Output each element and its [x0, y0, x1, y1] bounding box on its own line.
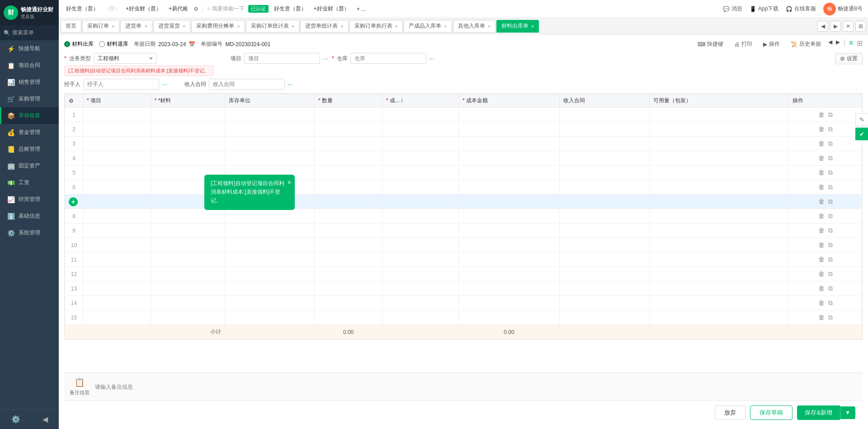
notes-input[interactable] [95, 384, 857, 390]
top-nav-experience[interactable]: ○ 我要体验一下 [207, 5, 245, 13]
tab-close-purchase-exec[interactable]: × [395, 24, 398, 29]
nav-arrow-right[interactable]: ▶ [836, 39, 840, 49]
tab-purchase-order[interactable]: 采购订单 × [82, 20, 119, 33]
row-delete-btn[interactable]: 🗑 [817, 139, 826, 148]
message-btn[interactable]: 💬 消息 [723, 5, 742, 13]
tab-close-purchase-in[interactable]: × [144, 24, 147, 29]
row-delete-btn[interactable]: 🗑 [817, 255, 826, 264]
tab-finished-in[interactable]: 产成品入库单 × [404, 20, 452, 33]
right-tool-check[interactable]: ✔ [855, 128, 868, 140]
shortcut-key-btn[interactable]: ⌨ 快捷键 [694, 39, 727, 49]
warehouse-dots-btn[interactable]: ··· [429, 55, 434, 62]
row-copy-btn[interactable]: ⧉ [827, 269, 834, 279]
row-delete-btn[interactable]: 🗑 [817, 124, 826, 134]
sidebar-item-jichuxinxi[interactable]: ℹ️ 基础信息 [0, 208, 59, 224]
row-delete-btn[interactable]: 🗑 [817, 313, 826, 322]
row-delete-btn[interactable]: 🗑 [817, 182, 826, 192]
col-settings-icon[interactable]: ⚙ [69, 98, 74, 104]
tabs-next-btn[interactable]: ▶ [830, 21, 841, 32]
tooltip-close-btn[interactable]: × [288, 177, 291, 187]
tab-close-purchase-return[interactable]: × [183, 24, 185, 29]
row-delete-btn[interactable]: 🗑 [817, 269, 826, 279]
sidebar-item-xiangmu[interactable]: 📋 项目合同 [0, 57, 59, 74]
cost-info-icon[interactable]: ℹ [401, 97, 403, 104]
view-mode-grid[interactable]: ⊞ [857, 39, 863, 49]
tab-close-purchase-fee[interactable]: × [237, 24, 240, 29]
tab-close-material-out[interactable]: × [531, 24, 534, 29]
tab-close-other-in[interactable]: × [488, 24, 491, 29]
row-copy-btn[interactable]: ⧉ [827, 139, 834, 148]
row-copy-btn[interactable]: ⧉ [827, 153, 834, 163]
row-delete-btn[interactable]: 🗑 [817, 153, 826, 163]
sidebar-settings-btn[interactable]: ⚙️ [8, 413, 24, 425]
income-contract-input[interactable] [209, 79, 285, 90]
row-copy-btn[interactable]: ⧉ [827, 168, 834, 177]
user-menu[interactable]: 畅 畅捷通8号 [823, 3, 863, 15]
project-input[interactable] [244, 53, 320, 64]
sidebar-item-kuaijie[interactable]: ⚡ 快捷导航 [0, 40, 59, 57]
row-delete-btn[interactable]: 🗑 [817, 197, 826, 206]
handler-dots-btn[interactable]: ··· [162, 81, 167, 88]
right-tool-edit[interactable]: ✎ [855, 113, 868, 126]
sidebar-item-gongzi[interactable]: 💵 工资 [0, 174, 59, 191]
project-dots-btn[interactable]: ··· [323, 55, 328, 62]
row-delete-btn[interactable]: 🗑 [817, 168, 826, 177]
tab-other-in[interactable]: 其他入库单 × [453, 20, 495, 33]
top-nav-settings-icon[interactable]: ⚙ [193, 6, 198, 12]
row-copy-btn[interactable]: ⧉ [827, 313, 834, 322]
add-row-btn[interactable]: + [69, 197, 78, 206]
business-type-select[interactable]: 工程领料 直接领料 [94, 53, 157, 64]
calendar-icon[interactable]: 📅 [189, 41, 195, 48]
sidebar-item-jingying[interactable]: 📈 经营管理 [0, 191, 59, 208]
row-copy-btn[interactable]: ⧉ [827, 211, 834, 221]
search-menu[interactable]: 🔍 搜索菜单 [0, 25, 59, 40]
tabs-prev-btn[interactable]: ◀ [817, 21, 828, 32]
save-new-main-btn[interactable]: 保存&新增 [797, 405, 840, 420]
sidebar-item-xitong[interactable]: ⚙️ 系统管理 [0, 224, 59, 241]
tab-home[interactable]: 首页 [61, 20, 81, 33]
handler-input[interactable] [83, 79, 159, 90]
sidebar-collapse-btn[interactable]: ◀ [39, 413, 52, 425]
row-delete-btn[interactable]: 🗑 [817, 284, 826, 293]
settings-btn[interactable]: ⚙ 设置 [835, 53, 863, 64]
sidebar-item-caigou[interactable]: 🛒 采购管理 [0, 91, 59, 107]
print-btn[interactable]: 🖨 打印 [731, 39, 756, 49]
tab-in-stat[interactable]: 进货单统计表 × [300, 20, 348, 33]
tab-purchase-fee[interactable]: 采购费用分摊单 × [191, 20, 245, 33]
radio-material-out[interactable]: 材料出库 [64, 40, 94, 48]
row-copy-btn[interactable]: ⧉ [827, 240, 834, 250]
row-copy-btn[interactable]: ⧉ [827, 226, 834, 235]
sidebar-item-xiaoshou[interactable]: 📊 销售管理 [0, 74, 59, 91]
tab-purchase-in[interactable]: 进货单 × [120, 20, 152, 33]
tabs-grid-btn[interactable]: ⊞ [855, 21, 866, 32]
tab-close-finished-in[interactable]: × [444, 24, 447, 29]
sidebar-item-zijin[interactable]: 💰 资金管理 [0, 124, 59, 141]
radio-material-return[interactable]: 材料退库 [99, 40, 128, 48]
sidebar-item-kucun[interactable]: 📦 库存核算 [0, 107, 59, 124]
operation-btn[interactable]: ▶ 操作 [760, 39, 783, 49]
tab-material-out[interactable]: 材料出库单 × [496, 20, 539, 33]
tab-close-purchase-order[interactable]: × [112, 24, 114, 29]
tab-purchase-return[interactable]: 进货退货 × [153, 20, 190, 33]
row-copy-btn[interactable]: ⧉ [827, 182, 834, 192]
warehouse-input[interactable] [350, 53, 426, 64]
sidebar-item-gudingzichan[interactable]: 🏢 固定资产 [0, 157, 59, 174]
tab-purchase-exec[interactable]: 采购订单执行表 × [349, 20, 403, 33]
nav-arrow-left[interactable]: ◀ [828, 39, 832, 49]
top-nav-haoyecai2[interactable]: +好业财（普） [312, 5, 351, 13]
view-mode-list[interactable]: ≡ [849, 39, 853, 49]
save-new-dropdown-btn[interactable]: ▼ [840, 406, 855, 419]
tab-close-in-stat[interactable]: × [340, 24, 343, 29]
top-nav-yidaizhang[interactable]: +易代账 [167, 5, 190, 13]
top-nav-haoyecai[interactable]: +好业财（普） [124, 5, 163, 13]
top-nav-haoshengyi[interactable]: 好生意（普） [64, 5, 100, 13]
online-service-btn[interactable]: 🎧 在线客服 [786, 5, 816, 13]
top-nav-more[interactable]: + ... [355, 6, 368, 12]
save-draft-button[interactable]: 保存草稿 [750, 405, 793, 420]
row-copy-btn[interactable]: ⧉ [827, 298, 834, 308]
row-copy-btn[interactable]: ⧉ [827, 110, 834, 119]
tab-close-purchase-stat[interactable]: × [292, 24, 294, 29]
sidebar-item-zhangmu[interactable]: 📒 总账管理 [0, 141, 59, 157]
row-copy-btn[interactable]: ⧉ [827, 255, 834, 264]
tab-purchase-stat[interactable]: 采购订单统计表 × [246, 20, 299, 33]
